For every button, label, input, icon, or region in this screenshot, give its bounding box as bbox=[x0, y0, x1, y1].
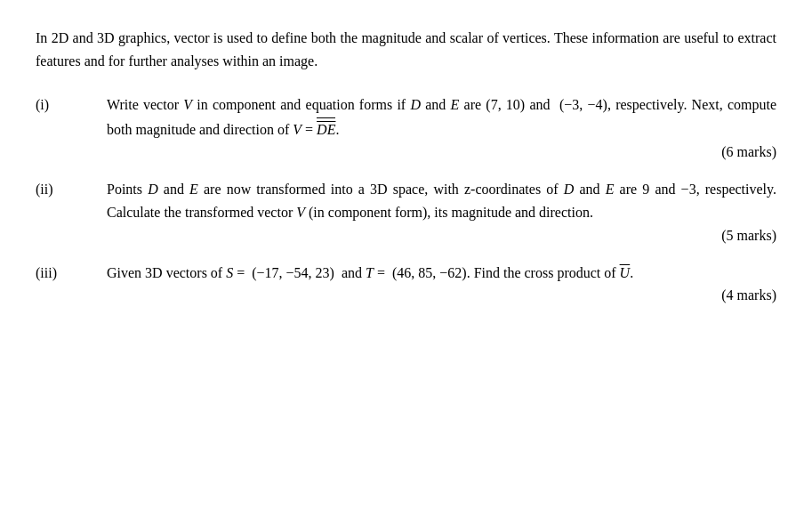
intro-paragraph: In 2D and 3D graphics, vector is used to… bbox=[36, 27, 776, 72]
question-content-i: Write vector V in component and equation… bbox=[107, 93, 776, 141]
vector-U: U bbox=[620, 265, 631, 280]
question-label-i: (i) bbox=[36, 93, 107, 117]
question-block-i: (i) Write vector V in component and equa… bbox=[36, 93, 776, 160]
marks-iii: (4 marks) bbox=[36, 287, 776, 303]
var-V2: V bbox=[293, 122, 301, 137]
var-D2: D bbox=[148, 182, 158, 197]
question-row-iii: (iii) Given 3D vectors of S = (−17, −54,… bbox=[36, 262, 776, 285]
var-V3: V bbox=[296, 205, 305, 220]
question-block-iii: (iii) Given 3D vectors of S = (−17, −54,… bbox=[36, 262, 776, 304]
var-S: S bbox=[226, 265, 233, 280]
vector-DE: DE bbox=[317, 117, 335, 141]
var-D3: D bbox=[564, 182, 575, 197]
var-E3: E bbox=[606, 182, 615, 197]
var-E2: E bbox=[189, 182, 198, 197]
var-D: D bbox=[410, 97, 421, 112]
coord-E: (−3, −4) bbox=[559, 97, 607, 112]
question-content-ii: Points D and E are now transformed into … bbox=[107, 178, 776, 223]
var-T: T bbox=[366, 265, 374, 280]
var-V: V bbox=[183, 97, 192, 112]
question-content-iii: Given 3D vectors of S = (−17, −54, 23) a… bbox=[107, 262, 776, 285]
coord-D: (7, 10) bbox=[486, 97, 525, 112]
question-block-ii: (ii) Points D and E are now transformed … bbox=[36, 178, 776, 243]
question-label-iii: (iii) bbox=[36, 262, 107, 285]
var-E: E bbox=[451, 97, 460, 112]
question-label-ii: (ii) bbox=[36, 178, 107, 201]
question-row-i: (i) Write vector V in component and equa… bbox=[36, 93, 776, 141]
question-row-ii: (ii) Points D and E are now transformed … bbox=[36, 178, 776, 223]
marks-ii: (5 marks) bbox=[36, 228, 776, 244]
marks-i: (6 marks) bbox=[36, 144, 776, 160]
